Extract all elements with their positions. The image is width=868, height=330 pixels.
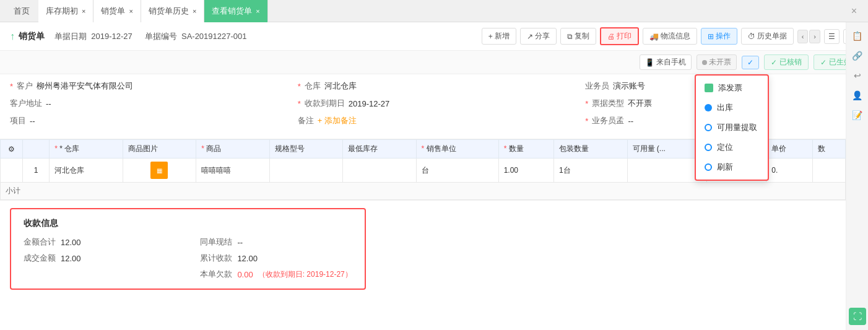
tab-inventory-init[interactable]: 库存期初 ×: [38, 0, 93, 22]
new-button[interactable]: +新增: [482, 28, 516, 45]
col-amount-header: 数: [813, 140, 846, 158]
grid-icon: ⊞: [708, 32, 714, 41]
outbound-icon: [705, 104, 712, 111]
prev-button[interactable]: ‹: [797, 30, 809, 43]
close-icon[interactable]: ×: [82, 7, 85, 15]
sub-toolbar: 📱来自手机 未开票 ✓ ✓已核销 ✓已生效: [0, 51, 868, 74]
amount-total-row: 金额合计 12.00: [24, 237, 175, 248]
operations-button[interactable]: ⊞操作: [701, 28, 737, 45]
staff-value: 演示账号: [613, 80, 645, 92]
customer-value: 柳州粤港平安气体有限公司: [37, 80, 133, 92]
row-min-stock-cell: [343, 158, 416, 183]
cumulative-received-value: 12.00: [237, 254, 258, 263]
circle-icon: [702, 60, 707, 65]
right-sidebar: 📋 🔗 ↩ 👤 📝 ⛶: [846, 22, 868, 330]
add-note-button[interactable]: + 添加备注: [318, 115, 357, 126]
sidebar-icon-edit[interactable]: 📝: [849, 106, 866, 124]
warehouse-label: 仓库: [305, 80, 321, 92]
logistics-button[interactable]: 🚚物流信息: [643, 28, 697, 45]
dropdown-item-available-qty[interactable]: 可用量提取: [696, 118, 768, 137]
address-label: 客户地址: [10, 98, 42, 109]
col-quantity-header: * 数量: [498, 140, 553, 158]
same-order-settle-label: 同单现结: [200, 237, 232, 248]
not-opened-button[interactable]: 未开票: [697, 54, 737, 70]
payment-section: 收款信息 金额合计 12.00 同单现结 -- 成交金额 12.00 累计收款 …: [10, 208, 366, 290]
close-icon[interactable]: ×: [193, 7, 196, 15]
from-mobile-button[interactable]: 📱来自手机: [640, 54, 692, 70]
amount-total-label: 金额合计: [24, 237, 56, 248]
due-date-field: * 收款到期日 2019-12-27: [298, 98, 571, 109]
salesperson-value: --: [628, 116, 633, 126]
doc-type-label: 销货单: [19, 31, 45, 42]
share-icon: ↗: [527, 32, 533, 41]
cumulative-received-label: 累计收款: [200, 253, 232, 264]
note-label: 备注: [298, 115, 314, 126]
product-image: ▦: [150, 162, 168, 179]
dropdown-item-add-invoice[interactable]: 添发票: [696, 78, 768, 98]
same-order-settle-row: 同单现结 --: [200, 237, 352, 248]
current-outstanding-detail-row: 本单欠款 0.00 （收款到期日: 2019-12-27）: [200, 269, 352, 280]
row-product-cell: 嘻嘻嘻嘻: [196, 158, 269, 183]
due-date-value: 2019-12-27: [349, 99, 390, 108]
row-product-img-cell: ▦: [123, 158, 196, 183]
subtotal-label-cell: 小计: [1, 183, 846, 200]
row-settings-cell: [1, 158, 23, 183]
col-settings-header[interactable]: ⚙: [1, 140, 23, 158]
history-button[interactable]: ⏱历史单据: [741, 28, 794, 45]
col-product-header: * 商品: [196, 140, 269, 158]
doc-meta: 单据日期 2019-12-27 单据编号 SA-20191227-001: [54, 31, 247, 42]
number-label: 单据编号: [145, 32, 177, 41]
row-sales-unit-cell: 台: [416, 158, 498, 183]
copy-button[interactable]: ⧉复制: [560, 28, 596, 45]
customer-field: * 客户 柳州粤港平安气体有限公司: [10, 80, 283, 92]
salesperson-label: 业务员孟: [592, 115, 624, 126]
sidebar-icon-undo[interactable]: ↩: [849, 67, 866, 84]
dropdown-item-outbound[interactable]: 出库: [696, 98, 768, 118]
transaction-amount-label: 成交金额: [24, 253, 56, 264]
operations-dropdown: 添发票 出库 可用量提取 定位 刷新: [695, 74, 769, 181]
ticket-type-value: 不开票: [628, 98, 652, 109]
payment-section-wrapper: 收款信息 金额合计 12.00 同单现结 -- 成交金额 12.00 累计收款 …: [0, 201, 868, 297]
row-quantity-cell: 1.00: [498, 158, 553, 183]
verified-button[interactable]: ✓已核销: [764, 54, 809, 70]
sidebar-icon-expand[interactable]: ⛶: [849, 308, 866, 325]
transaction-amount-row: 成交金额 12.00: [24, 253, 175, 264]
settings-icon[interactable]: ⚙: [8, 145, 15, 154]
print-button[interactable]: 🖨打印: [600, 27, 639, 45]
close-icon[interactable]: ×: [256, 7, 259, 15]
sidebar-icon-user[interactable]: 👤: [849, 87, 866, 104]
check-icon: ✓: [771, 58, 777, 67]
tab-home[interactable]: 首页: [5, 6, 38, 17]
view-toggle-list[interactable]: ☰: [824, 29, 840, 44]
tab-view-sales[interactable]: 查看销货单 ×: [204, 0, 267, 22]
note-field: 备注 + 添加备注: [298, 115, 571, 126]
close-icon[interactable]: ×: [129, 7, 132, 15]
refresh-icon: [705, 163, 712, 171]
warehouse-value: 河北仓库: [324, 80, 357, 92]
check-button[interactable]: ✓: [742, 56, 759, 69]
staff-label: 业务员: [585, 80, 609, 92]
print-icon: 🖨: [607, 32, 615, 41]
available-qty-icon: [705, 124, 712, 131]
required-star2: *: [298, 82, 301, 91]
col-unit-price-header: 单价: [766, 140, 813, 158]
project-field: 项目 --: [10, 115, 283, 126]
dropdown-item-refresh[interactable]: 刷新: [696, 157, 768, 177]
next-button[interactable]: ›: [809, 30, 820, 43]
tab-sales-order[interactable]: 销货单 ×: [93, 0, 141, 22]
add-invoice-icon: [705, 84, 713, 92]
dropdown-item-locate[interactable]: 定位: [696, 137, 768, 157]
transaction-amount-value: 12.00: [61, 254, 81, 263]
window-close-button[interactable]: ×: [845, 6, 863, 17]
col-sales-unit-header: * 销售单位: [416, 140, 498, 158]
doc-header: ↑ 销货单 单据日期 2019-12-27 单据编号 SA-20191227-0…: [0, 22, 868, 51]
customer-label: 客户: [17, 80, 33, 92]
row-pack-qty-cell: 1台: [554, 158, 627, 183]
share-button[interactable]: ↗分享: [520, 28, 557, 45]
toolbar-right: 📱来自手机 未开票 ✓ ✓已核销 ✓已生效: [640, 54, 858, 70]
sidebar-icon-link[interactable]: 🔗: [849, 47, 866, 64]
tab-sales-history[interactable]: 销货单历史 ×: [141, 0, 204, 22]
address-field: 客户地址 --: [10, 98, 283, 109]
col-product-img-header: 商品图片: [123, 140, 196, 158]
sidebar-icon-clipboard[interactable]: 📋: [849, 27, 866, 45]
